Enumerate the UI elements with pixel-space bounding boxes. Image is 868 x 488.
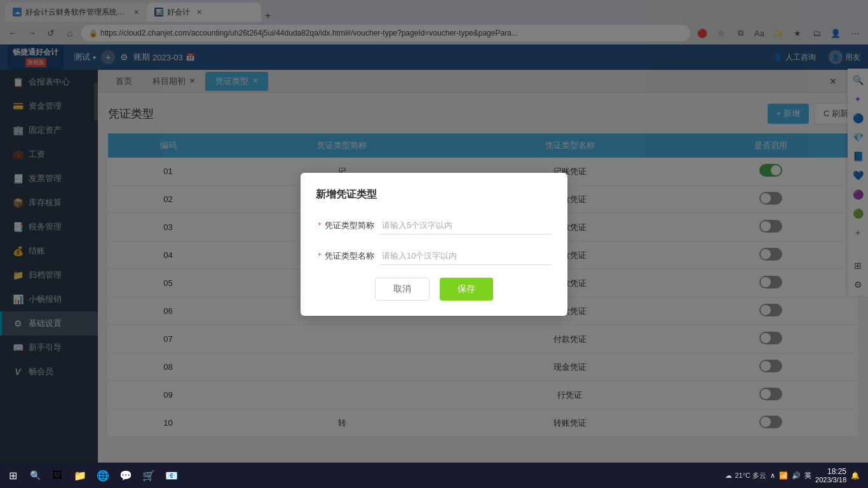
tray-network: 📶	[779, 471, 788, 480]
taskbar-edge[interactable]: 🌐	[93, 465, 113, 485]
save-button[interactable]: 保存	[440, 278, 493, 301]
taskbar-shop[interactable]: 🛒	[139, 465, 159, 485]
cancel-button[interactable]: 取消	[375, 278, 430, 301]
short-name-input[interactable]	[379, 217, 552, 234]
weather-text: 21°C 多云	[735, 471, 766, 480]
taskbar-multitask[interactable]: 🖼	[47, 465, 67, 485]
short-name-label: * 凭证类型简称	[316, 220, 379, 231]
form-row-short-name: * 凭证类型简称	[316, 217, 552, 234]
taskbar-search-button[interactable]: 🔍	[25, 466, 44, 485]
tray-lang: 英	[804, 471, 811, 480]
weather-icon: ☁	[725, 471, 732, 480]
taskbar-explorer[interactable]: 📁	[70, 465, 90, 485]
current-date: 2023/3/18	[815, 476, 846, 484]
required-mark-2: *	[318, 251, 321, 261]
current-time: 18:25	[815, 467, 846, 476]
modal-footer: 取消 保存	[316, 278, 552, 301]
taskbar: ⊞ 🔍 🖼 📁 🌐 💬 🛒 📧 ☁ 21°C 多云 ∧ 📶 🔊 英 18:25 …	[0, 463, 868, 488]
taskbar-wechat[interactable]: 💬	[116, 465, 136, 485]
modal-overlay: 新增凭证类型 * 凭证类型简称 * 凭证类型名称 取消 保存	[0, 0, 868, 488]
notification-button[interactable]: 🔔	[850, 470, 860, 480]
taskbar-time: 18:25 2023/3/18	[815, 467, 846, 484]
modal-title: 新增凭证类型	[316, 188, 552, 201]
tray-chevron[interactable]: ∧	[770, 471, 775, 480]
full-name-label: * 凭证类型名称	[316, 250, 379, 262]
taskbar-mail[interactable]: 📧	[161, 465, 182, 485]
taskbar-tray: ☁ 21°C 多云 ∧ 📶 🔊 英 18:25 2023/3/18 🔔	[720, 467, 865, 484]
full-name-input[interactable]	[379, 247, 552, 265]
taskbar-weather: ☁ 21°C 多云	[725, 471, 766, 480]
start-button[interactable]: ⊞	[3, 465, 23, 485]
form-row-full-name: * 凭证类型名称	[316, 247, 552, 265]
new-voucher-type-modal: 新增凭证类型 * 凭证类型简称 * 凭证类型名称 取消 保存	[301, 173, 567, 316]
required-mark-1: *	[318, 220, 321, 230]
tray-volume: 🔊	[792, 471, 801, 480]
